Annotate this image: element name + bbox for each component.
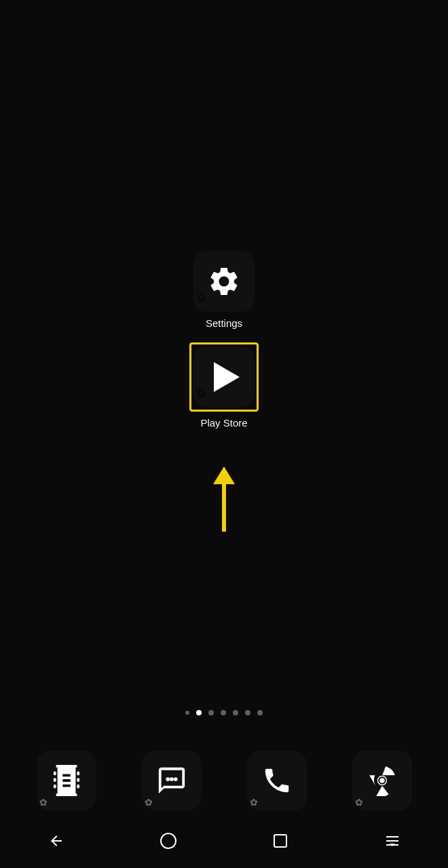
page-dot-6[interactable] bbox=[257, 710, 263, 715]
dock: ✿ ✿ ✿ bbox=[0, 751, 448, 810]
messages-icon bbox=[156, 765, 187, 796]
floral-chrome: ✿ bbox=[355, 797, 363, 808]
menu-icon bbox=[384, 833, 400, 849]
recents-icon bbox=[272, 833, 288, 849]
svg-point-8 bbox=[173, 777, 177, 781]
page-dot-4[interactable] bbox=[233, 710, 238, 715]
floral-decoration-settings: ✿ bbox=[196, 290, 215, 309]
menu-button[interactable] bbox=[372, 821, 413, 861]
svg-point-7 bbox=[170, 777, 174, 781]
dock-messages[interactable]: ✿ bbox=[142, 751, 202, 810]
svg-rect-14 bbox=[274, 835, 286, 847]
settings-label: Settings bbox=[206, 317, 242, 329]
page-indicators bbox=[185, 710, 263, 715]
page-dot-2[interactable] bbox=[208, 710, 214, 715]
svg-rect-1 bbox=[53, 778, 56, 782]
svg-rect-2 bbox=[53, 785, 56, 789]
play-store-icon-bg: ✿ bbox=[193, 347, 255, 408]
arrow-indicator bbox=[213, 467, 235, 532]
home-icons-area: ✿ Settings ✿ Play Store bbox=[189, 251, 259, 429]
svg-point-6 bbox=[166, 777, 170, 781]
back-icon bbox=[48, 833, 64, 849]
home-screen: ✿ Settings ✿ Play Store bbox=[0, 0, 448, 868]
page-dot-1[interactable] bbox=[196, 710, 202, 715]
svg-rect-4 bbox=[77, 778, 79, 782]
svg-point-13 bbox=[161, 833, 176, 848]
svg-rect-3 bbox=[77, 772, 79, 776]
page-dot-3[interactable] bbox=[221, 710, 226, 715]
floral-decoration-play: ✿ bbox=[196, 386, 215, 405]
dock-chrome[interactable]: ✿ bbox=[352, 751, 412, 810]
play-triangle-icon bbox=[214, 362, 240, 392]
dock-contacts[interactable]: ✿ bbox=[37, 751, 96, 810]
dock-phone[interactable]: ✿ bbox=[247, 751, 307, 810]
contacts-icon bbox=[51, 765, 82, 796]
chrome-icon bbox=[367, 765, 398, 796]
home-button[interactable] bbox=[148, 821, 189, 861]
play-store-label: Play Store bbox=[200, 417, 247, 429]
svg-rect-0 bbox=[53, 772, 56, 776]
nav-bar bbox=[0, 814, 448, 868]
floral-contacts: ✿ bbox=[39, 797, 48, 808]
page-dot-5[interactable] bbox=[245, 710, 250, 715]
settings-app[interactable]: ✿ Settings bbox=[193, 251, 255, 329]
floral-phone: ✿ bbox=[250, 797, 258, 808]
recents-button[interactable] bbox=[260, 821, 301, 861]
page-dot-0[interactable] bbox=[185, 711, 189, 715]
settings-icon-bg: ✿ bbox=[193, 251, 255, 312]
play-store-app[interactable]: ✿ Play Store bbox=[189, 342, 259, 429]
svg-rect-5 bbox=[77, 785, 79, 789]
play-store-highlight-border: ✿ bbox=[189, 342, 259, 412]
phone-icon bbox=[261, 765, 293, 796]
arrow-shaft bbox=[222, 484, 226, 532]
floral-messages: ✿ bbox=[145, 797, 153, 808]
arrow-head bbox=[213, 467, 235, 484]
svg-point-12 bbox=[379, 778, 385, 783]
back-button[interactable] bbox=[36, 821, 77, 861]
home-icon bbox=[160, 832, 177, 850]
